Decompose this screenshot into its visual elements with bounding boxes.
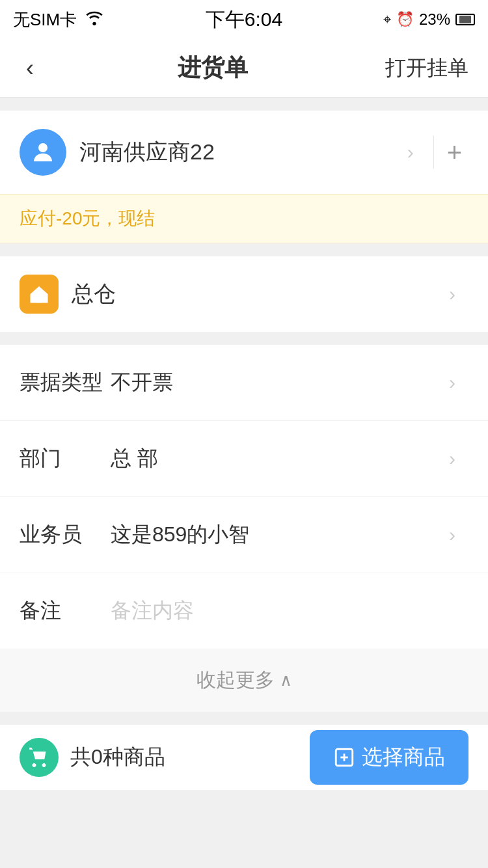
collapse-row[interactable]: 收起更多 ∧ [0,649,488,712]
status-bar: 无SIM卡 下午6:04 ⌖ ⏰ 23% [0,0,488,39]
svg-rect-1 [36,297,42,303]
select-product-icon [333,746,355,768]
product-cart-icon-container [20,738,59,777]
status-bar-right: ⌖ ⏰ 23% [383,10,475,29]
battery-icon [455,14,475,25]
section-gap-1 [0,98,488,111]
supplier-avatar [20,129,66,176]
supplier-chevron-icon: › [407,141,414,163]
bottom-fill [0,790,488,868]
remark-input[interactable]: 备注内容 [111,597,468,625]
open-pending-button[interactable]: 打开挂单 [385,54,468,83]
supplier-name: 河南供应商22 [79,137,407,167]
product-bar: 共0种商品 选择商品 [0,725,488,790]
notice-banner: 应付-20元，现结 [0,194,488,243]
status-bar-time: 下午6:04 [206,7,282,33]
back-button[interactable]: ‹ [20,48,40,88]
status-bar-left: 无SIM卡 [13,8,105,31]
battery-label: 23% [419,10,450,29]
supplier-section: 河南供应商22 › + 应付-20元，现结 [0,111,488,243]
warehouse-chevron-icon: › [449,283,455,305]
invoice-label: 票据类型 [20,368,111,397]
location-icon: ⌖ [383,11,391,28]
warehouse-name: 总仓 [72,279,449,309]
warehouse-row[interactable]: 总仓 › [0,256,488,332]
warehouse-icon-container [20,275,59,314]
svg-point-0 [38,143,47,152]
invoice-row[interactable]: 票据类型 不开票 › [0,345,488,421]
page-title: 进货单 [178,52,248,84]
invoice-value: 不开票 [111,368,449,397]
salesman-label: 业务员 [20,521,111,549]
supplier-divider [433,136,434,169]
collapse-label: 收起更多 [197,667,275,694]
warehouse-section: 总仓 › [0,256,488,332]
section-gap-2 [0,243,488,256]
wifi-icon [83,10,105,30]
user-icon [29,139,57,166]
salesman-chevron-icon: › [449,524,455,546]
select-product-label: 选择商品 [362,743,445,772]
carrier-label: 无SIM卡 [13,8,77,31]
dept-label: 部门 [20,444,111,473]
nav-bar: ‹ 进货单 打开挂单 [0,39,488,98]
remark-label: 备注 [20,597,111,625]
dept-row[interactable]: 部门 总 部 › [0,421,488,497]
cart-icon [27,746,51,769]
add-button[interactable]: + [441,138,468,167]
section-gap-3 [0,332,488,345]
warehouse-icon [27,282,51,306]
product-count: 共0种商品 [70,743,310,772]
collapse-icon: ∧ [280,670,292,690]
alarm-icon: ⏰ [396,11,414,28]
remark-row[interactable]: 备注 备注内容 [0,573,488,649]
salesman-row[interactable]: 业务员 这是859的小智 › [0,497,488,573]
invoice-chevron-icon: › [449,372,455,394]
dept-chevron-icon: › [449,448,455,470]
salesman-value: 这是859的小智 [111,521,449,549]
select-product-button[interactable]: 选择商品 [310,730,468,785]
form-section: 票据类型 不开票 › 部门 总 部 › 业务员 这是859的小智 › 备注 备注… [0,345,488,649]
supplier-row[interactable]: 河南供应商22 › + [0,111,488,194]
dept-value: 总 部 [111,444,449,473]
